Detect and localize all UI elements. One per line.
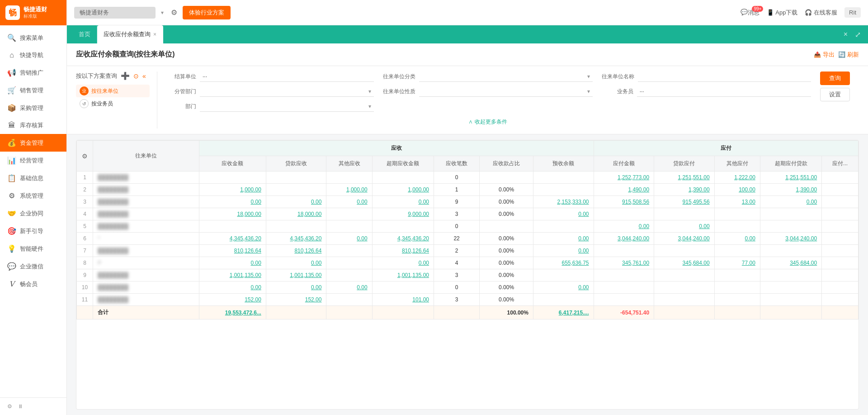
table-row: 9████████1,001,135.001,001,135.001,001,1… (77, 269, 859, 281)
query-button[interactable]: 查询 (820, 72, 850, 85)
tab-close-icon[interactable]: × (153, 31, 156, 38)
partner-name-cell: ████████ (93, 196, 199, 208)
collapse-more-button[interactable]: ∧ 收起更多条件 (165, 115, 811, 129)
col-overdue-payable: 超期应付贷款 (760, 156, 821, 172)
sidebar-item-search[interactable]: 🔍 搜索菜单 (0, 29, 66, 47)
scheme-by-staff[interactable]: ↺ 按业务员 (76, 97, 150, 110)
page-header: 应收应付余额查询(按往来单位) 📤 导出 🔄 刷新 (67, 43, 868, 66)
filter-dept: 部门 ▾ (165, 101, 374, 112)
chevron-down-icon3: ▾ (587, 88, 590, 95)
dept-input[interactable]: ▾ (200, 101, 374, 112)
headset-icon: 🎧 (805, 9, 812, 16)
setting-button[interactable]: 设置 (820, 88, 850, 101)
dept-manage-input[interactable]: ▾ (200, 86, 374, 97)
sidebar-item-member[interactable]: Ⅴ 畅会员 (0, 275, 66, 293)
chevron-down-icon: ▾ (587, 73, 590, 80)
filter-partner-name: 往来单位名称 (602, 72, 811, 82)
filter-top: 按以下方案查询 ➕ ⊙ « (76, 72, 150, 80)
sidebar-item-operation[interactable]: 📊 经营管理 (0, 152, 66, 169)
page-content: 应收应付余额查询(按往来单位) 📤 导出 🔄 刷新 按以下方案查询 (67, 43, 868, 415)
user-avatar[interactable]: Rit (844, 7, 861, 18)
chevron-down-icon2: ▾ (368, 88, 371, 95)
col-receivable-count: 应收笔数 (434, 156, 480, 172)
col-other-payable: 其他应付 (714, 156, 760, 172)
tab-home[interactable]: 首页 (72, 25, 97, 43)
window-close-icon[interactable]: × (842, 29, 849, 41)
tabbar: 首页 应收应付余额查询 × × ⤢ (67, 25, 868, 43)
topbar: 畅捷通财务 ▾ ⚙ 体验行业方案 💬 消息 99+ 📱 App下载 🎧 在线客服… (67, 0, 868, 25)
refresh-button[interactable]: 🔄 刷新 (838, 51, 859, 59)
messages-badge[interactable]: 💬 消息 99+ (741, 9, 760, 17)
export-icon: 📤 (814, 51, 821, 58)
filter-settings-icon[interactable]: ⊙ (133, 72, 139, 80)
app-download-link[interactable]: 📱 App下载 (767, 9, 797, 17)
sidebar-item-purchase[interactable]: 📦 采购管理 (0, 99, 66, 117)
partner-name-input[interactable] (638, 72, 811, 82)
sidebar-item-guide[interactable]: 🎯 新手引导 (0, 222, 66, 240)
filter-collapse-icon[interactable]: « (142, 72, 146, 80)
partner-nature-input[interactable]: ▾ (419, 86, 592, 97)
table-gear-icon[interactable]: ⚙ (82, 153, 88, 160)
table-row: 6^4,345,436.204,345,436.200.004,345,436.… (77, 233, 859, 245)
partner-nature-label: 往来单位性质 (383, 88, 415, 95)
main-area: 畅捷通财务 ▾ ⚙ 体验行业方案 💬 消息 99+ 📱 App下载 🎧 在线客服… (67, 0, 868, 415)
sidebar-item-inventory[interactable]: 🏛 库存核算 (0, 117, 66, 134)
col-payable-more: 应付... (822, 156, 859, 172)
message-icon: 💬 (741, 9, 748, 17)
sidebar-collapse-icon[interactable]: ⏸ (18, 403, 23, 410)
sidebar-item-basic[interactable]: 📋 基础信息 (0, 169, 66, 187)
tab-receivable-payable[interactable]: 应收应付余额查询 × (97, 25, 163, 43)
topbar-brand: 畅捷通财务 (74, 7, 156, 19)
page-title: 应收应付余额查询(按往来单位) (76, 50, 175, 66)
scheme-by-vendor[interactable]: 业 按往来单位 (76, 85, 150, 97)
table-section: ⚙ 往来单位 应收 应付 应收金额 贷款应收 其他应收 超期应收金额 应收笔数 (67, 134, 868, 415)
col-receivable-ratio: 应收款占比 (480, 156, 533, 172)
filter-add-icon[interactable]: ➕ (121, 72, 130, 80)
footer-receivable-ratio: 100.00% (480, 306, 533, 320)
partner-name-cell: ████████ (93, 294, 199, 306)
col-payable-amount: 应付金额 (594, 156, 654, 172)
topbar-gear-icon[interactable]: ⚙ (171, 8, 177, 17)
table-wrapper[interactable]: ⚙ 往来单位 应收 应付 应收金额 贷款应收 其他应收 超期应收金额 应收笔数 (76, 140, 859, 410)
search-icon: 🔍 (7, 33, 16, 42)
salesman-input[interactable]: ··· (637, 86, 811, 97)
online-service-link[interactable]: 🎧 在线客服 (805, 9, 837, 17)
dropdown-arrow-icon[interactable]: ▾ (161, 10, 164, 16)
sidebar-item-wechat[interactable]: 💬 企业微信 (0, 258, 66, 275)
table-footer-row: 合计 19,553,472,6... 100.00% 6,417,215....… (77, 306, 859, 320)
sidebar-item-finance[interactable]: 💰 资金管理 (0, 134, 66, 152)
collapse-icon: ∧ (468, 119, 473, 125)
sidebar-item-smart[interactable]: 💡 智能硬件 (0, 240, 66, 258)
solution-button[interactable]: 体验行业方案 (183, 6, 231, 19)
partner-category-input[interactable]: ▾ (419, 72, 592, 82)
basic-icon: 📋 (7, 174, 16, 182)
sidebar-item-sales[interactable]: 🛒 销售管理 (0, 81, 66, 99)
download-icon: 📱 (767, 9, 774, 16)
filter-area: 按以下方案查询 ➕ ⊙ « 业 按往来单位 ↺ 按业务员 (67, 66, 868, 134)
topbar-right: 💬 消息 99+ 📱 App下载 🎧 在线客服 Rit (741, 7, 861, 18)
footer-label: 合计 (93, 306, 199, 320)
col-overdue-receivable: 超期应收金额 (372, 156, 434, 172)
col-settings: ⚙ (77, 141, 93, 172)
finance-icon: 💰 (7, 138, 16, 147)
window-maximize-icon[interactable]: ⤢ (853, 29, 863, 41)
col-receivable-amount: 应收金额 (199, 156, 266, 172)
sidebar-item-collab[interactable]: 🤝 企业协同 (0, 205, 66, 222)
scheme-vendor-icon: 业 (80, 86, 89, 95)
message-count-badge: 99+ (752, 6, 763, 12)
dept-label: 部门 (165, 103, 196, 110)
sidebar-item-marketing[interactable]: 📢 营销推广 (0, 64, 66, 81)
sidebar-item-system[interactable]: ⚙ 系统管理 (0, 187, 66, 205)
settlement-unit-input[interactable]: ··· (200, 72, 374, 82)
col-advance-balance: 预收余额 (533, 156, 594, 172)
sidebar-item-quick-nav[interactable]: ⌂ 快捷导航 (0, 47, 66, 64)
data-table: ⚙ 往来单位 应收 应付 应收金额 贷款应收 其他应收 超期应收金额 应收笔数 (76, 140, 859, 320)
sidebar: 畅 畅捷通财 标准版 🔍 搜索菜单 ⌂ 快捷导航 📢 营销推广 🛒 销售管理 📦… (0, 0, 67, 415)
partner-name-cell: ████████ (93, 220, 199, 233)
partner-name-cell: ████████ (93, 269, 199, 281)
export-button[interactable]: 📤 导出 (814, 51, 835, 59)
home-icon: ⌂ (7, 51, 16, 59)
sidebar-settings-icon[interactable]: ⚙ (7, 403, 12, 410)
sales-icon: 🛒 (7, 86, 16, 95)
footer-receivable-amount: 19,553,472,6... (199, 306, 266, 320)
